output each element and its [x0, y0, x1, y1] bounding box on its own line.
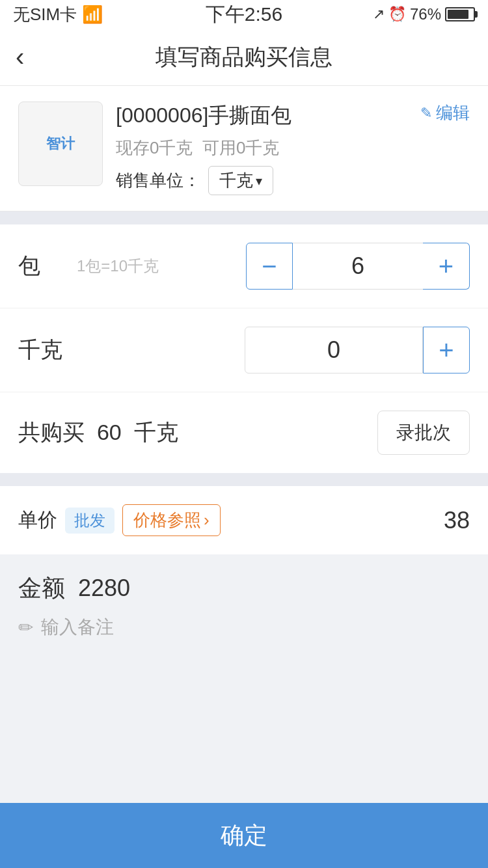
product-stock: 现存0千克 可用0千克 — [116, 137, 470, 159]
confirm-bar[interactable]: 确定 — [0, 803, 488, 868]
package-stepper: − + — [246, 243, 470, 290]
nav-bar: ‹ 填写商品购买信息 — [0, 29, 488, 86]
edit-button[interactable]: ✎ 编辑 — [420, 102, 470, 124]
kg-label: 千克 — [18, 335, 70, 365]
package-hint: 1包=10千克 — [77, 256, 246, 277]
kg-row: 千克 + — [0, 308, 488, 392]
product-name: [0000006]手撕面包 — [116, 102, 291, 130]
product-info: [0000006]手撕面包 ✎ 编辑 现存0千克 可用0千克 销售单位： 千克 … — [116, 102, 470, 195]
product-unit-row: 销售单位： 千克 ▾ — [116, 166, 470, 195]
status-time: 下午2:56 — [206, 1, 282, 28]
note-placeholder: 输入备注 — [41, 615, 114, 640]
minus-icon: − — [262, 252, 277, 281]
amount-row: 金额 2280 — [18, 573, 470, 604]
amount-section: 金额 2280 ✏ 输入备注 — [0, 554, 488, 666]
section-divider-2 — [0, 473, 488, 486]
wifi-icon: 📶 — [82, 5, 103, 25]
kg-plus-icon: + — [439, 336, 454, 365]
package-label: 包 — [18, 251, 70, 281]
kg-plus-button[interactable]: + — [423, 327, 470, 373]
chevron-right-icon: › — [204, 510, 210, 530]
unit-select[interactable]: 千克 ▾ — [208, 166, 273, 195]
chevron-down-icon: ▾ — [256, 173, 262, 189]
price-section: 单价 批发 价格参照 › 38 — [0, 486, 488, 554]
note-row[interactable]: ✏ 输入备注 — [18, 615, 470, 653]
location-icon: ↗ — [373, 6, 385, 23]
input-section: 包 1包=10千克 − + 千克 + — [0, 224, 488, 392]
batch-button[interactable]: 录批次 — [377, 411, 470, 455]
battery-percent: 76% — [410, 5, 441, 23]
total-row: 共购买 60 千克 录批次 — [0, 392, 488, 473]
package-minus-button[interactable]: − — [246, 243, 293, 290]
kg-stepper: + — [245, 327, 470, 373]
alarm-icon: ⏰ — [388, 6, 406, 23]
page-title: 填写商品购买信息 — [156, 42, 332, 72]
price-label: 单价 — [18, 507, 57, 534]
total-text: 共购买 60 千克 — [18, 418, 377, 448]
package-input[interactable] — [293, 243, 423, 290]
section-divider-1 — [0, 211, 488, 224]
kg-input[interactable] — [245, 327, 423, 373]
status-right: ↗ ⏰ 76% — [373, 5, 475, 23]
confirm-button[interactable]: 确定 — [221, 820, 267, 852]
package-plus-button[interactable]: + — [423, 243, 470, 290]
package-row: 包 1包=10千克 − + — [0, 224, 488, 308]
price-value: 38 — [444, 507, 470, 534]
pencil-icon: ✏ — [18, 617, 33, 638]
price-badge: 批发 — [65, 508, 115, 534]
product-card: 智计 [0000006]手撕面包 ✎ 编辑 现存0千克 可用0千克 销售单位： … — [0, 86, 488, 211]
battery-icon — [445, 7, 475, 21]
status-carrier: 无SIM卡 📶 — [13, 3, 103, 26]
price-ref-button[interactable]: 价格参照 › — [122, 504, 221, 536]
product-thumbnail: 智计 — [18, 102, 103, 186]
back-button[interactable]: ‹ — [16, 42, 24, 72]
product-thumb-label: 智计 — [46, 134, 75, 154]
plus-icon: + — [439, 252, 454, 281]
status-bar: 无SIM卡 📶 下午2:56 ↗ ⏰ 76% — [0, 0, 488, 29]
